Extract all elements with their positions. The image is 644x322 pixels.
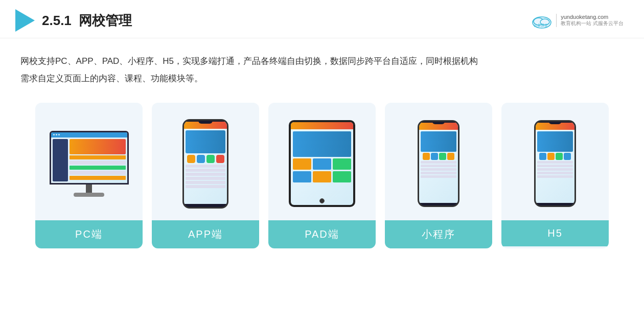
header: 2.5.1 网校管理 云朵课堂 yunduoketang.com 教育机构一站 … <box>0 0 644 38</box>
screen-row-2 <box>70 160 126 165</box>
phone-content <box>184 129 227 204</box>
screen-row-4 <box>70 171 126 175</box>
pc-monitor <box>50 131 129 197</box>
tablet-grid <box>293 158 351 182</box>
h5-content <box>536 130 574 203</box>
h5-phone <box>534 120 576 207</box>
phone-row-1 <box>186 165 225 168</box>
phone-row-4 <box>186 177 225 180</box>
mini-image-area <box>385 103 492 220</box>
mini-bottom <box>419 203 458 205</box>
header-left: 2.5.1 网校管理 <box>15 9 132 32</box>
page-title: 2.5.1 网校管理 <box>42 12 132 30</box>
brand-url: yunduoketang.com <box>561 14 624 20</box>
phone-row-2 <box>186 169 225 172</box>
tablet-screen <box>291 122 353 205</box>
cloud-icon: 云朵课堂 <box>531 11 553 30</box>
tablet-cell-3 <box>333 158 351 170</box>
description-line2: 需求自定义页面上的内容、课程、功能模块等。 <box>20 70 624 87</box>
tablet-top-bar <box>291 122 353 129</box>
screen-content <box>51 137 127 183</box>
h5-row-1 <box>537 161 573 164</box>
icon-box-1 <box>187 155 195 163</box>
screen-sidebar <box>53 139 68 181</box>
card-miniprogram: 小程序 <box>385 103 492 248</box>
pc-image-area <box>35 103 143 220</box>
phone-banner <box>186 130 225 153</box>
pad-image-area <box>268 103 376 220</box>
card-h5: H5 <box>501 103 609 248</box>
phone-app <box>182 119 228 209</box>
device-cards-section: PC端 <box>0 93 644 264</box>
h5-row-5 <box>537 175 573 178</box>
monitor-body <box>50 131 129 185</box>
svg-text:云朵课堂: 云朵课堂 <box>534 24 548 27</box>
brand-logo: 云朵课堂 yunduoketang.com 教育机构一站 式服务云平台 <box>531 11 624 30</box>
brand-area: 云朵课堂 yunduoketang.com 教育机构一站 式服务云平台 <box>531 11 624 30</box>
h5-icon-4 <box>564 153 571 160</box>
sp-row-2 <box>421 165 456 167</box>
dot2 <box>56 134 57 135</box>
logo-triangle-icon <box>15 9 35 32</box>
h5-notch <box>549 122 561 124</box>
h5-label: H5 <box>501 220 609 246</box>
app-label: APP端 <box>152 220 259 248</box>
h5-icon-1 <box>539 153 546 160</box>
phone-row-5 <box>186 181 225 184</box>
description-block: 网校支持PC、APP、PAD、小程序、H5，实现多端打通，产品各终端自由切换，数… <box>0 38 644 93</box>
tablet-mock <box>289 120 355 207</box>
section-number: 2.5.1 <box>42 13 72 28</box>
sp-row-1 <box>421 161 456 164</box>
tablet-cell-5 <box>313 171 331 182</box>
brand-text: yunduoketang.com 教育机构一站 式服务云平台 <box>556 14 624 27</box>
tablet-cell-1 <box>293 158 311 170</box>
h5-image-area <box>501 103 609 220</box>
h5-icon-2 <box>547 153 555 160</box>
h5-rows <box>537 161 573 178</box>
screen-banner <box>70 139 126 154</box>
description-line1: 网校支持PC、APP、PAD、小程序、H5，实现多端打通，产品各终端自由切换，数… <box>20 53 624 70</box>
card-pad: PAD端 <box>268 103 376 248</box>
screen-main <box>70 139 126 181</box>
phone-row-3 <box>186 173 225 176</box>
phone-notch <box>198 121 213 124</box>
sp-rows <box>421 161 456 178</box>
tablet-cell-6 <box>333 171 351 182</box>
pad-label: PAD端 <box>268 220 376 248</box>
brand-tagline: 教育机构一站 式服务云平台 <box>561 20 624 27</box>
screen-row-1 <box>70 155 126 159</box>
monitor-screen <box>51 132 127 183</box>
screen-row-3 <box>70 166 126 170</box>
h5-icons <box>537 153 573 160</box>
h5-icon-3 <box>556 153 563 160</box>
card-pc: PC端 <box>35 103 143 248</box>
mini-notch <box>432 122 445 124</box>
tablet-content <box>291 129 353 205</box>
app-image-area <box>152 103 259 220</box>
sp-icon-1 <box>423 153 430 160</box>
tablet-home-btn <box>319 198 325 203</box>
title-text: 网校管理 <box>79 13 132 28</box>
sp-icon-4 <box>447 153 454 160</box>
h5-banner <box>537 131 573 152</box>
dot1 <box>53 134 55 135</box>
sp-icons <box>421 153 456 160</box>
tablet-cell-4 <box>293 171 311 182</box>
sp-icon-3 <box>439 153 446 160</box>
screen-rows <box>70 155 126 180</box>
phone-row-6 <box>186 185 225 188</box>
phone-screen <box>184 122 227 204</box>
monitor-header <box>51 132 127 137</box>
monitor-base <box>74 193 104 197</box>
sp-row-3 <box>421 168 456 171</box>
icon-box-3 <box>206 155 215 163</box>
h5-row-2 <box>537 165 573 167</box>
h5-row-3 <box>537 168 573 171</box>
sp-content <box>419 130 458 203</box>
mini-phone <box>418 120 459 207</box>
sp-row-4 <box>421 172 456 174</box>
h5-screen <box>536 123 574 203</box>
sp-banner <box>421 131 456 152</box>
sp-icon-2 <box>431 153 438 160</box>
mini-label: 小程序 <box>385 220 492 248</box>
